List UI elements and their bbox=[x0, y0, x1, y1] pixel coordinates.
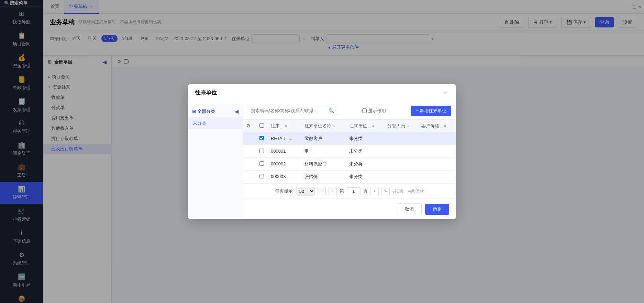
col-name-label: 往来单位名称 bbox=[304, 123, 331, 129]
dialog-collapse-icon[interactable]: ◀ bbox=[235, 109, 238, 114]
dialog-body: ⊞ 全部分类 ◀ 未分类 🔍 显示停用 bbox=[188, 102, 456, 219]
page-prev-button[interactable]: ‹ bbox=[329, 187, 337, 195]
sort-icon: ⇅ bbox=[371, 124, 374, 128]
page-next-button[interactable]: › bbox=[370, 187, 379, 195]
row-checkbox[interactable] bbox=[256, 145, 267, 158]
row-settings bbox=[243, 145, 256, 158]
col-manager-label: 分管人员 bbox=[387, 123, 405, 129]
col-manager[interactable]: 分管人员 ⇅ bbox=[384, 120, 418, 132]
per-page-label: 每页显示 bbox=[275, 188, 293, 194]
row-manager bbox=[384, 170, 418, 183]
page-input-prefix: 第 bbox=[340, 188, 344, 194]
col-category-sort[interactable]: 往来单位... ⇅ bbox=[349, 123, 380, 129]
dialog-categories: ⊞ 全部分类 ◀ 未分类 bbox=[188, 102, 243, 219]
page-number-input[interactable] bbox=[347, 187, 360, 195]
row-settings bbox=[243, 158, 256, 170]
row-settings bbox=[243, 170, 256, 183]
col-name-sort[interactable]: 往来单位名称 ⇅ bbox=[304, 123, 342, 129]
col-category[interactable]: 往来单位... ⇅ bbox=[346, 120, 384, 132]
cancel-button[interactable]: 取消 bbox=[397, 203, 422, 215]
row-category: 未分类 bbox=[346, 170, 384, 183]
row-manager bbox=[384, 145, 418, 158]
dialog-close-button[interactable]: × bbox=[441, 89, 449, 97]
row-code: 000002 bbox=[267, 158, 301, 170]
dialog-table: ⚙ 往来... ⇅ bbox=[243, 120, 456, 183]
col-settings[interactable]: ⚙ bbox=[243, 120, 256, 132]
row-category: 未分类 bbox=[346, 158, 384, 170]
dialog-category-label: 未分类 bbox=[193, 120, 206, 126]
dialog-category-header: ⊞ 全部分类 ◀ bbox=[188, 106, 243, 117]
col-price-label: 客户价格... bbox=[421, 123, 443, 129]
pagination-bar: 每页显示 10 20 50 100 « ‹ 第 页 › » bbox=[243, 184, 456, 199]
col-price[interactable]: 客户价格... ⇅ bbox=[418, 120, 456, 132]
col-checkbox[interactable] bbox=[256, 120, 267, 132]
col-settings-icon: ⚙ bbox=[246, 123, 251, 128]
col-name[interactable]: 往来单位名称 ⇅ bbox=[301, 120, 345, 132]
partner-table: ⚙ 往来... ⇅ bbox=[243, 120, 456, 183]
col-code[interactable]: 往来... ⇅ bbox=[267, 120, 301, 132]
page-total-info: 共1页，4条记录 bbox=[392, 188, 424, 194]
row-code: RETAIL_... bbox=[267, 132, 301, 145]
table-row[interactable]: RETAIL_... 零散客户 未分类 bbox=[243, 132, 456, 145]
show-disabled-label: 显示停用 bbox=[368, 108, 386, 114]
row-settings bbox=[243, 132, 256, 145]
row-price bbox=[418, 145, 456, 158]
dialog-overlay: 往来单位 × ⊞ 全部分类 ◀ 未分类 bbox=[0, 0, 644, 303]
sort-icon: ⇅ bbox=[285, 124, 287, 128]
table-header: ⚙ 往来... ⇅ bbox=[243, 120, 456, 132]
table-header-row: ⚙ 往来... ⇅ bbox=[243, 120, 456, 132]
col-manager-sort[interactable]: 分管人员 ⇅ bbox=[387, 123, 414, 129]
category-grid-icon: ⊞ bbox=[192, 109, 196, 114]
show-disabled-group: 显示停用 bbox=[362, 108, 386, 114]
col-code-label: 往来... bbox=[271, 123, 284, 129]
confirm-button[interactable]: 确定 bbox=[425, 204, 449, 215]
row-manager bbox=[384, 132, 418, 145]
page-suffix: 页 bbox=[363, 188, 368, 194]
sort-icon: ⇅ bbox=[332, 124, 335, 128]
row-name: 零散客户 bbox=[301, 132, 345, 145]
dialog-header: 往来单位 × bbox=[188, 84, 456, 102]
table-row[interactable]: 000002 材料供应商 未分类 bbox=[243, 158, 456, 170]
row-category: 未分类 bbox=[346, 132, 384, 145]
row-code: 000003 bbox=[267, 170, 301, 183]
col-price-sort[interactable]: 客户价格... ⇅ bbox=[421, 123, 453, 129]
row-price bbox=[418, 132, 456, 145]
row-code: 000001 bbox=[267, 145, 301, 158]
row-price bbox=[418, 158, 456, 170]
search-icon: 🔍 bbox=[329, 108, 334, 113]
dialog-toolbar: 🔍 显示停用 + 新增往来单位 bbox=[243, 102, 456, 120]
table-body: RETAIL_... 零散客户 未分类 000001 甲 bbox=[243, 132, 456, 183]
col-code-sort[interactable]: 往来... ⇅ bbox=[271, 123, 298, 129]
show-disabled-checkbox[interactable] bbox=[362, 108, 367, 113]
table-row[interactable]: 000001 甲 未分类 bbox=[243, 145, 456, 158]
col-category-label: 往来单位... bbox=[349, 123, 371, 129]
row-name: 张帅傅 bbox=[301, 170, 345, 183]
partner-dialog: 往来单位 × ⊞ 全部分类 ◀ 未分类 bbox=[188, 84, 456, 219]
sort-icon: ⇅ bbox=[406, 124, 409, 128]
row-checkbox[interactable] bbox=[256, 170, 267, 183]
dialog-actions: 取消 确定 bbox=[243, 199, 456, 219]
row-category: 未分类 bbox=[346, 145, 384, 158]
add-partner-label: + 新增往来单位 bbox=[416, 108, 446, 114]
dialog-category-unclassified[interactable]: 未分类 bbox=[188, 117, 243, 129]
row-checkbox[interactable] bbox=[256, 158, 267, 170]
select-all-dialog-checkbox[interactable] bbox=[259, 123, 264, 128]
sort-icon: ⇅ bbox=[444, 124, 446, 128]
page-last-button[interactable]: » bbox=[381, 187, 390, 195]
row-name: 甲 bbox=[301, 145, 345, 158]
row-manager bbox=[384, 158, 418, 170]
page-first-button[interactable]: « bbox=[318, 187, 326, 195]
dialog-title: 往来单位 bbox=[195, 89, 217, 96]
dialog-right: 🔍 显示停用 + 新增往来单位 bbox=[243, 102, 456, 219]
add-partner-button[interactable]: + 新增往来单位 bbox=[411, 106, 451, 116]
table-row[interactable]: 000003 张帅傅 未分类 bbox=[243, 170, 456, 183]
dialog-search-input[interactable] bbox=[251, 106, 326, 115]
dialog-search: 🔍 bbox=[248, 106, 337, 115]
row-checkbox[interactable] bbox=[256, 132, 267, 145]
row-name: 材料供应商 bbox=[301, 158, 345, 170]
dialog-category-header-label: 全部分类 bbox=[197, 108, 215, 115]
row-price bbox=[418, 170, 456, 183]
dialog-footer: 每页显示 10 20 50 100 « ‹ 第 页 › » bbox=[243, 183, 456, 219]
per-page-select[interactable]: 10 20 50 100 bbox=[296, 187, 315, 196]
